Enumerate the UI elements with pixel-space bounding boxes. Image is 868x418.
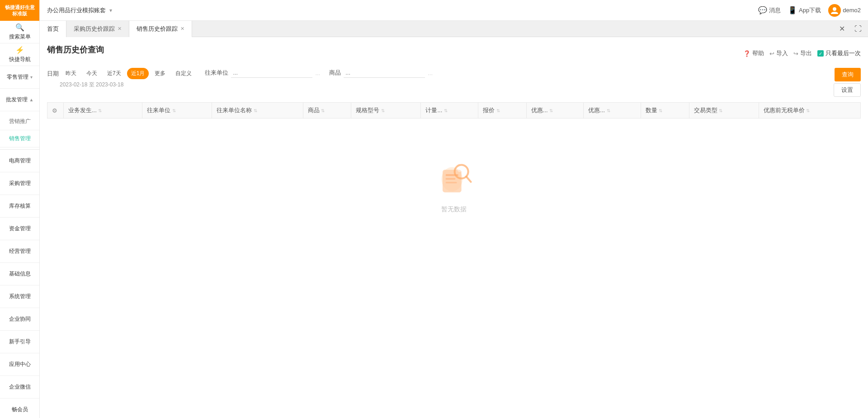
table-header-discount2[interactable]: 优惠... ⇅: [584, 103, 641, 119]
username-label: demo2: [843, 7, 861, 14]
sidebar-item-label: 电商管理: [9, 157, 31, 165]
table-header-pretax-price[interactable]: 优惠前无税单价 ⇅: [759, 103, 860, 119]
sidebar-item-ecommerce[interactable]: 电商管理: [0, 150, 39, 172]
table-header-partner-name[interactable]: 往来单位名称 ⇅: [212, 103, 303, 119]
sort-icon: ⇅: [98, 108, 102, 113]
settings-gear-icon[interactable]: ⚙: [52, 107, 57, 114]
product-dots: ...: [428, 70, 433, 76]
date-btn-1month[interactable]: 近1月: [127, 68, 149, 79]
sidebar-item-sales-mgmt[interactable]: 销售管理: [0, 130, 39, 147]
table-header-quote-price[interactable]: 报价 ⇅: [478, 103, 526, 119]
export-icon: ↪: [793, 50, 798, 57]
sidebar-item-basic-info[interactable]: 基础信息: [0, 263, 39, 285]
col-partner-code-label: 往来单位: [147, 107, 170, 114]
dropdown-icon[interactable]: ▾: [109, 7, 112, 14]
sidebar-item-label: 营销推广: [9, 118, 31, 125]
svg-rect-2: [443, 170, 462, 192]
tab-bar: 首页 采购历史价跟踪 ✕ 销售历史价跟踪 ✕ ✕ ⛶: [40, 21, 868, 37]
tab-sales-close-icon[interactable]: ✕: [180, 26, 184, 32]
help-action[interactable]: ❓ 帮助: [743, 49, 764, 57]
logo-text: 畅捷通好生意 标准版: [5, 4, 35, 17]
sidebar-item-system[interactable]: 系统管理: [0, 285, 39, 308]
table-header-spec[interactable]: 规格型号 ⇅: [351, 103, 421, 119]
export-label: 导出: [800, 49, 812, 57]
table-header-partner-code[interactable]: 往来单位 ⇅: [142, 103, 212, 119]
partner-dots: ...: [315, 70, 320, 76]
only-last-checkbox[interactable]: ✓ 只看最后一次: [817, 49, 861, 57]
col-trade-type-label: 交易类型: [694, 107, 717, 114]
search-icon: 🔍: [15, 23, 24, 32]
download-icon: 📱: [788, 6, 797, 14]
app-download-action[interactable]: 📱 App下载: [788, 6, 821, 14]
date-buttons: 昨天 今天 近7天 近1月 更多 自定义: [61, 68, 196, 79]
empty-state: 暂无数据: [47, 119, 861, 250]
export-action[interactable]: ↪ 导出: [793, 49, 812, 57]
sidebar-item-operations[interactable]: 经营管理: [0, 240, 39, 263]
sidebar-item-purchase[interactable]: 采购管理: [0, 172, 39, 195]
sidebar-item-corp-wechat[interactable]: 企业微信: [0, 376, 39, 399]
table-header-unit[interactable]: 计量... ⇅: [421, 103, 478, 119]
page-title: 销售历史价查询: [47, 44, 104, 55]
date-btn-7days[interactable]: 近7天: [103, 68, 125, 79]
settings-button[interactable]: 设置: [834, 83, 861, 97]
sidebar-item-label: 企业协同: [9, 315, 31, 323]
tab-purchase-history[interactable]: 采购历史价跟踪 ✕: [66, 21, 129, 37]
col-discount2-label: 优惠...: [588, 107, 605, 114]
sort-icon: ⇅: [659, 108, 662, 113]
import-icon: ↩: [769, 50, 774, 57]
sidebar-item-retail[interactable]: 零售管理 ▾: [0, 66, 39, 89]
table-header-biz-date[interactable]: 业务发生... ⇅: [64, 103, 142, 119]
sidebar-item-wholesale[interactable]: 批发管理 ▲: [0, 89, 39, 111]
tab-sales-history[interactable]: 销售历史价跟踪 ✕: [129, 21, 192, 37]
sidebar-item-member[interactable]: 畅会员: [0, 399, 39, 418]
tab-expand-icon[interactable]: ⛶: [852, 23, 864, 35]
date-btn-today[interactable]: 今天: [82, 68, 101, 79]
table-header-settings[interactable]: ⚙: [47, 103, 64, 119]
sidebar: 畅捷通好生意 标准版 🔍 搜索菜单 ⚡ 快捷导航 零售管理 ▾ 批发管理 ▲ 营…: [0, 0, 40, 418]
data-table: ⚙ 业务发生... ⇅ 往来单位 ⇅ 往来单位名称 ⇅: [47, 102, 861, 119]
sidebar-item-app-center[interactable]: 应用中心: [0, 353, 39, 376]
main-area: 办公用品行业模拟账套 ▾ 💬 消息 📱 App下载 demo2 首页: [40, 0, 868, 418]
tab-close-all-icon[interactable]: ✕: [835, 23, 848, 35]
sidebar-item-label: 采购管理: [9, 180, 31, 187]
sidebar-item-finance[interactable]: 资金管理: [0, 218, 39, 240]
quick-nav-icon: ⚡: [15, 46, 24, 54]
sidebar-item-label: 基础信息: [9, 270, 31, 278]
query-buttons: 查询 设置: [834, 68, 861, 97]
table-header-product[interactable]: 商品 ⇅: [303, 103, 351, 119]
tab-purchase-close-icon[interactable]: ✕: [118, 26, 122, 32]
sidebar-item-inventory[interactable]: 库存核算: [0, 195, 39, 218]
sidebar-item-label: 新手引导: [9, 338, 31, 346]
message-label: 消息: [769, 6, 781, 14]
svg-line-7: [467, 176, 471, 182]
table-header-trade-type[interactable]: 交易类型 ⇅: [689, 103, 759, 119]
sort-icon: ⇅: [496, 108, 500, 113]
user-profile[interactable]: demo2: [828, 4, 861, 17]
date-btn-yesterday[interactable]: 昨天: [61, 68, 80, 79]
partner-input[interactable]: [231, 68, 312, 78]
chevron-down-icon: ▾: [30, 75, 33, 80]
message-action[interactable]: 💬 消息: [758, 6, 781, 14]
sidebar-item-label: 系统管理: [9, 293, 31, 300]
sidebar-item-marketing[interactable]: 营销推广: [0, 113, 39, 130]
sidebar-item-newbie[interactable]: 新手引导: [0, 331, 39, 353]
date-btn-more[interactable]: 更多: [151, 68, 170, 79]
import-action[interactable]: ↩ 导入: [769, 49, 788, 57]
sidebar-item-label: 经营管理: [9, 247, 31, 255]
table-header-qty[interactable]: 数量 ⇅: [641, 103, 689, 119]
table-header-discount1[interactable]: 优惠... ⇅: [526, 103, 584, 119]
tab-bar-right: ✕ ⛶: [835, 23, 868, 35]
date-btn-custom[interactable]: 自定义: [171, 68, 196, 79]
svg-point-8: [458, 167, 462, 172]
sidebar-item-quick-nav[interactable]: ⚡ 快捷导航: [0, 43, 39, 66]
sidebar-item-enterprise[interactable]: 企业协同: [0, 308, 39, 331]
sort-icon: ⇅: [172, 108, 176, 113]
sidebar-item-label: 应用中心: [9, 361, 31, 368]
product-input[interactable]: [344, 68, 425, 78]
tab-home[interactable]: 首页: [40, 21, 66, 37]
sidebar-item-label: 零售管理: [7, 73, 28, 81]
tab-purchase-history-label: 采购历史价跟踪: [74, 25, 115, 33]
col-biz-date-label: 业务发生...: [68, 107, 97, 114]
query-button[interactable]: 查询: [835, 68, 861, 81]
sidebar-item-search[interactable]: 🔍 搜索菜单: [0, 21, 39, 43]
